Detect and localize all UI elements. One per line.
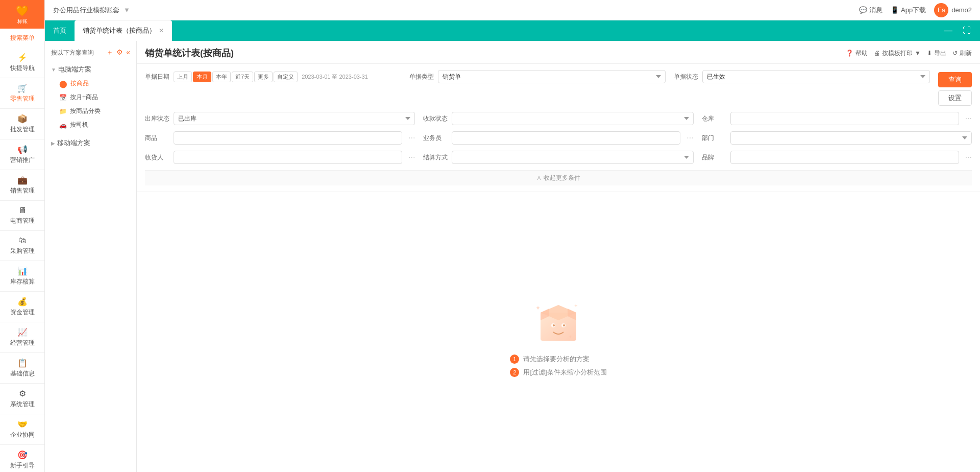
collapse-sidebar-icon[interactable]: « (126, 48, 130, 57)
settings-scheme-icon[interactable]: ⚙ (116, 48, 123, 57)
add-scheme-icon[interactable]: ＋ (106, 48, 113, 57)
maximize-icon[interactable]: ⛶ (960, 23, 974, 38)
tab-home[interactable]: 首页 (45, 20, 75, 41)
date-btn-custom[interactable]: 自定义 (274, 72, 298, 82)
minimize-icon[interactable]: — (941, 23, 955, 38)
sidebar-item-wholesale[interactable]: 📦 批发管理 (0, 109, 44, 139)
department-select[interactable] (730, 131, 972, 145)
date-btn-this-month[interactable]: 本月 (193, 72, 211, 82)
retail-icon: 🛒 (17, 83, 28, 93)
settlement-field: 结算方式 (423, 151, 693, 164)
tree-parent-label: 电脑端方案 (58, 65, 91, 74)
staff-input[interactable] (452, 131, 680, 145)
refresh-button[interactable]: ↺ 刷新 (952, 49, 972, 58)
tip-num-1: 1 (510, 355, 519, 364)
ecom-icon: 🖥 (18, 206, 27, 215)
date-btn-7days[interactable]: 近7天 (232, 72, 253, 82)
tree-child-category[interactable]: 📁 按商品分类 (45, 104, 136, 118)
message-link[interactable]: 💬 消息 (859, 6, 883, 15)
date-btn-this-year[interactable]: 本年 (212, 72, 231, 82)
settlement-select[interactable] (452, 151, 693, 164)
warehouse-status-select[interactable]: 已出库 (174, 112, 415, 125)
product-input[interactable] (174, 131, 402, 145)
app-name: 标账 (17, 18, 28, 25)
sidebar-item-quick-nav[interactable]: ⚡ 快捷导航 (0, 48, 44, 78)
receiver-label: 收货人 (145, 153, 169, 162)
receiver-input[interactable] (174, 151, 402, 164)
collapse-bar[interactable]: ∧ 收起更多条件 (145, 170, 972, 185)
print-dropdown-icon: ▼ (915, 50, 921, 57)
export-button[interactable]: ⬇ 导出 (927, 49, 946, 58)
username: demo2 (951, 6, 972, 14)
sidebar-item-purchase[interactable]: 🛍 采购管理 (0, 231, 44, 261)
sidebar-item-basic[interactable]: 📋 基础信息 (0, 353, 44, 384)
doc-type-select[interactable]: 销货单 (438, 70, 666, 83)
sidebar-item-ecom[interactable]: 🖥 电商管理 (0, 201, 44, 231)
close-tab-icon[interactable]: ✕ (159, 27, 164, 34)
industry-label: 办公用品行业模拟账套 (53, 6, 119, 15)
department-label: 部门 (702, 134, 726, 143)
collab-icon: 🤝 (17, 419, 28, 429)
tree-parent-mobile[interactable]: ▶ 移动端方案 (45, 136, 136, 150)
warehouse-label: 仓库 (702, 114, 726, 123)
category-icon: 📁 (59, 108, 67, 115)
filter-row-4: 收货人 ··· 结算方式 品牌 ··· (145, 151, 972, 164)
date-btn-last-month[interactable]: 上月 (174, 72, 192, 82)
payment-status-label: 收款状态 (423, 114, 448, 123)
sidebar-item-finance[interactable]: 💰 资金管理 (0, 292, 44, 322)
search-menu[interactable]: 搜索菜单 (0, 29, 44, 48)
app-download-link[interactable]: 📱 App下载 (891, 6, 926, 15)
empty-illustration: ✦ ✦ ✦ (528, 287, 589, 348)
user-info[interactable]: Ea demo2 (934, 3, 972, 17)
guide-icon: 🎯 (17, 450, 28, 460)
arrow-down-icon: ▼ (51, 67, 56, 73)
sidebar-item-retail[interactable]: 🛒 零售管理 (0, 78, 44, 109)
doc-status-select[interactable]: 已生效 (702, 70, 930, 83)
sidebar-item-guide[interactable]: 🎯 新手引导 (0, 445, 44, 472)
sidebar-item-marketing[interactable]: 📢 营销推广 (0, 139, 44, 170)
product-dots-icon[interactable]: ··· (408, 133, 415, 143)
month-product-icon: 📅 (59, 94, 67, 101)
brand-dots-icon[interactable]: ··· (965, 153, 972, 162)
help-button[interactable]: ❓ 帮助 (846, 49, 868, 58)
doc-type-label: 单据类型 (409, 73, 434, 81)
date-field: 单据日期 上月 本月 本年 近7天 更多 自定义 20 (145, 70, 401, 83)
warehouse-dots-icon[interactable]: ··· (965, 114, 972, 123)
warehouse-input[interactable] (730, 112, 959, 125)
tree-parent-label-mobile: 移动端方案 (57, 138, 90, 148)
receiver-dots-icon[interactable]: ··· (408, 153, 415, 162)
date-filter: 上月 本月 本年 近7天 更多 自定义 2023-03-01 至 2023-03… (174, 72, 401, 82)
filter-form: 单据日期 上月 本月 本年 近7天 更多 自定义 20 (137, 64, 980, 192)
tree-child-cashier[interactable]: 🚗 按司机 (45, 118, 136, 132)
industry-dropdown-icon[interactable]: ▼ (124, 6, 130, 14)
product-field: 商品 ··· (145, 131, 415, 145)
doc-status-label: 单据状态 (674, 73, 698, 81)
warehouse-field: 仓库 ··· (702, 112, 972, 125)
svg-point-7 (563, 324, 565, 326)
sidebar-item-business[interactable]: 📈 经营管理 (0, 322, 44, 353)
date-buttons: 上月 本月 本年 近7天 更多 自定义 (174, 72, 298, 82)
filter-row-3: 商品 ··· 业务员 ··· 部门 (145, 131, 972, 145)
warehouse-status-label: 出库状态 (145, 114, 169, 123)
query-button[interactable]: 查询 (938, 72, 972, 87)
template-print-button[interactable]: 🖨 按模板打印 ▼ (874, 49, 921, 58)
warehouse-status-field: 出库状态 已出库 (145, 112, 415, 125)
settings-button[interactable]: 设置 (938, 90, 972, 106)
product-scheme-icon: ⬤ (59, 80, 67, 88)
staff-dots-icon[interactable]: ··· (687, 133, 693, 143)
payment-status-select[interactable] (452, 112, 693, 125)
sidebar-item-stock[interactable]: 📊 库存核算 (0, 261, 44, 292)
topbar: 办公用品行业模拟账套 ▼ 💬 消息 📱 App下载 Ea demo2 (45, 0, 980, 20)
date-btn-more[interactable]: 更多 (254, 72, 273, 82)
sidebar-item-collab[interactable]: 🤝 企业协同 (0, 414, 44, 445)
tree-child-month-product[interactable]: 📅 按月+商品 (45, 90, 136, 104)
tab-report[interactable]: 销货单统计表（按商品） ✕ (75, 20, 172, 41)
sidebar-item-system[interactable]: ⚙ 系统管理 (0, 384, 44, 414)
brand-input[interactable] (730, 151, 959, 164)
empty-tips: 1 请先选择要分析的方案 2 用[过滤]条件来缩小分析范围 (510, 355, 606, 377)
content-area: 按以下方案查询 ＋ ⚙ « ▼ 电脑端方案 ⬤ 按商品 📅 按月 (45, 41, 980, 472)
tree-parent-desktop[interactable]: ▼ 电脑端方案 (45, 62, 136, 77)
sidebar-item-sales[interactable]: 💼 销售管理 (0, 170, 44, 201)
tree-child-by-product[interactable]: ⬤ 按商品 (45, 77, 136, 90)
refresh-icon: ↺ (952, 50, 958, 57)
